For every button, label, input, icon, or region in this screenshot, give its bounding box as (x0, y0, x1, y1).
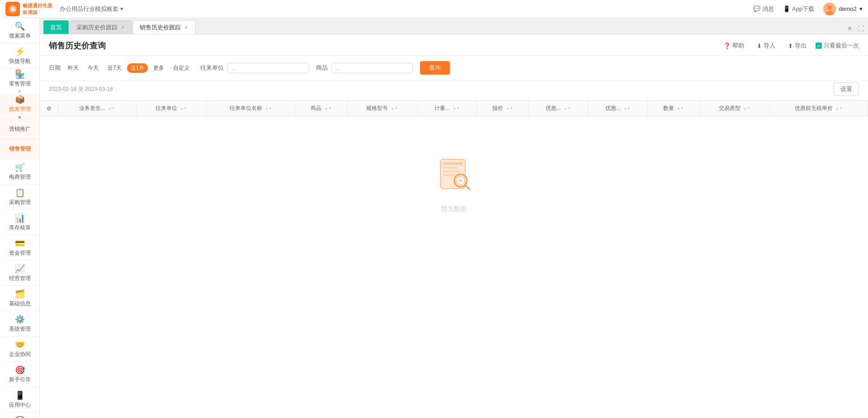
sidebar-item-app-center[interactable]: 📱 应用中心 (0, 387, 39, 413)
col-quantity[interactable]: 数量 ▲▼ (647, 101, 699, 116)
col-partner-name[interactable]: 往来单位名称 ▲▼ (207, 101, 295, 116)
sidebar-label-ecom: 电商管理 (9, 173, 31, 181)
col-disc1[interactable]: 优惠... ▲▼ (528, 101, 588, 116)
sort-quantity-icon: ▲▼ (677, 106, 684, 110)
tab-bar: 首页 采购历史价跟踪 × 销售历史价跟踪 × ✕ ⛶ (40, 18, 868, 34)
logo-text: 畅捷通好生意 标准版 (23, 2, 52, 15)
tab-sales-history[interactable]: 销售历史价跟踪 × (133, 20, 195, 34)
col-trade-type[interactable]: 交易类型 ▲▼ (699, 101, 769, 116)
sidebar-item-operations[interactable]: 📈 经营管理 (0, 261, 39, 286)
maximize-window-button[interactable]: ⛶ (857, 25, 864, 32)
operations-icon: 📈 (15, 264, 25, 274)
help-icon: ❓ (723, 43, 731, 49)
partner-filter-group: 往来单位 ... (200, 63, 309, 73)
sidebar-item-ecom[interactable]: 🛒 电商管理 (0, 159, 39, 185)
sidebar-item-search-menu[interactable]: 🔍 搜索菜单 (0, 18, 39, 43)
sidebar-item-finance[interactable]: 💳 资金管理 (0, 235, 39, 261)
sidebar-label-quick-nav: 快捷导航 (9, 57, 31, 65)
sidebar-item-basic-info[interactable]: 🗂️ 基础信息 (0, 286, 39, 311)
partner-input[interactable]: ... (227, 63, 309, 73)
wechat-icon: 💬 (15, 416, 25, 418)
query-button[interactable]: 查询 (420, 61, 450, 75)
quick-nav-icon: ⚡ (15, 47, 25, 57)
gear-icon[interactable]: ⚙ (47, 105, 52, 112)
sidebar-item-inventory[interactable]: 📊 库存核算 (0, 210, 39, 235)
sidebar-submenu: 营销推广 销售管理 (0, 119, 39, 159)
tab-home[interactable]: 首页 (43, 20, 69, 34)
empty-state: 暂无数据 (40, 116, 868, 249)
sidebar-item-purchase[interactable]: 📋 采购管理 (0, 185, 39, 210)
product-placeholder: ... (335, 65, 340, 71)
export-button[interactable]: ⬆ 导出 (784, 40, 810, 52)
tab-sales-close-icon[interactable]: × (184, 24, 189, 31)
close-window-button[interactable]: ✕ (846, 25, 854, 32)
purchase-icon: 📋 (15, 188, 25, 198)
sidebar-item-retail[interactable]: 🏪 零售管理 ▾ (0, 69, 39, 94)
sidebar-item-sales-mgmt[interactable]: 销售管理 (0, 139, 39, 159)
filter-bar2: 2023-02-18 至 2023-03-18 设置 (40, 81, 868, 100)
date-option-more[interactable]: 更多 (150, 63, 168, 73)
sidebar-item-wholesale[interactable]: 📦 批发管理 ▲ (0, 94, 39, 119)
last-only-toggle[interactable]: ✓ 只看最后一次 (816, 42, 859, 50)
date-option-last1m[interactable]: 近1月 (127, 63, 148, 73)
sidebar-item-marketing[interactable]: 营销推广 (0, 119, 39, 139)
date-option-custom[interactable]: 自定义 (170, 63, 193, 73)
sort-unit-icon: ▲▼ (453, 106, 460, 110)
user-name: demo2 (839, 5, 857, 12)
logo-icon: 畅 (5, 2, 20, 16)
product-input[interactable]: ... (331, 63, 413, 73)
sidebar-item-newbie[interactable]: 🎯 新手引导 (0, 362, 39, 387)
date-option-yesterday[interactable]: 昨天 (64, 63, 82, 73)
sort-partner-name-icon: ▲▼ (265, 106, 272, 110)
col-partner-code[interactable]: 往来单位 ▲▼ (136, 101, 206, 116)
col-product[interactable]: 商品 ▲▼ (295, 101, 347, 116)
tab-purchase-close-icon[interactable]: × (120, 24, 125, 31)
data-table: ⚙ 业务发生... ▲▼ 往来单位 ▲▼ (40, 100, 868, 249)
wholesale-icon: 📦 (15, 95, 25, 104)
sidebar-label-basic-info: 基础信息 (9, 300, 31, 308)
sidebar-label-retail: 零售管理 (9, 80, 31, 88)
tab-purchase-history[interactable]: 采购历史价跟踪 × (70, 20, 132, 34)
settings-button[interactable]: 设置 (834, 82, 859, 96)
page-title: 销售历史价查询 (49, 40, 106, 51)
wholesale-arrow-icon: ▲ (18, 114, 22, 119)
export-icon: ⬆ (788, 43, 793, 49)
col-spec[interactable]: 规格型号 ▲▼ (347, 101, 417, 116)
col-biz-date[interactable]: 业务发生... ▲▼ (58, 101, 137, 116)
sort-partner-icon: ▲▼ (180, 106, 187, 110)
system-icon: ⚙️ (15, 314, 25, 324)
basic-info-icon: 🗂️ (15, 289, 25, 299)
sidebar-item-system[interactable]: ⚙️ 系统管理 (0, 311, 39, 337)
col-unit[interactable]: 计量... ▲▼ (417, 101, 477, 116)
col-no-tax-price[interactable]: 优惠前无税单价 ▲▼ (770, 101, 868, 116)
date-option-last7[interactable]: 近7天 (104, 63, 125, 73)
sidebar-item-quick-nav[interactable]: ⚡ 快捷导航 (0, 43, 39, 69)
page-actions: ❓ 帮助 ⬇ 导入 ⬆ 导出 ✓ 只看最后一次 (720, 40, 859, 52)
sidebar-label-wholesale: 批发管理 (9, 105, 31, 113)
content-area: 首页 采购历史价跟踪 × 销售历史价跟踪 × ✕ ⛶ 销售历史价查询 (40, 18, 868, 418)
empty-row: 暂无数据 (40, 116, 868, 250)
app-download-action[interactable]: 📱 App下载 (783, 5, 814, 13)
date-option-today[interactable]: 今天 (84, 63, 102, 73)
company-selector[interactable]: 办公用品行业模拟账套 ▾ (56, 3, 127, 15)
sidebar-item-enterprise[interactable]: 🤝 企业协同 (0, 337, 39, 362)
col-disc2[interactable]: 优惠... ▲▼ (588, 101, 648, 116)
product-filter-group: 商品 ... (316, 63, 413, 73)
product-label: 商品 (316, 64, 328, 72)
help-button[interactable]: ❓ 帮助 (720, 40, 748, 52)
retail-icon: 🏪 (15, 69, 25, 79)
user-area[interactable]: demo2 ▾ (823, 3, 863, 15)
col-price[interactable]: 报价 ▲▼ (477, 101, 529, 116)
sidebar-item-wechat[interactable]: 💬 企业微信 (0, 413, 39, 418)
svg-rect-8 (443, 171, 461, 172)
user-chevron-icon: ▾ (859, 5, 863, 12)
date-label: 日期 (49, 64, 61, 72)
svg-line-12 (465, 185, 470, 190)
message-action[interactable]: 💬 消息 (753, 5, 774, 13)
last-only-checkbox[interactable]: ✓ (816, 43, 822, 49)
import-button[interactable]: ⬇ 导入 (753, 40, 779, 52)
date-filter-group: 日期 昨天 今天 近7天 近1月 更多 自定义 (49, 63, 193, 73)
date-range-display: 2023-02-18 至 2023-03-18 (49, 86, 113, 93)
header-right: 💬 消息 📱 App下载 demo2 ▾ (753, 3, 863, 15)
col-gear[interactable]: ⚙ (40, 101, 58, 116)
